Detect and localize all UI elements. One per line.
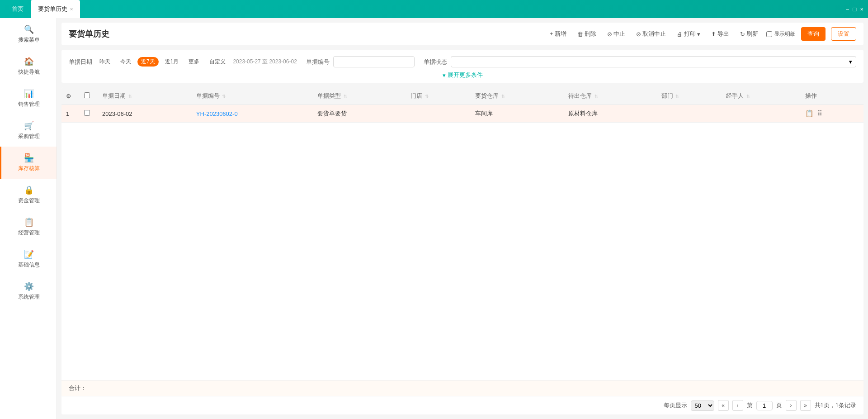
status-select[interactable]: ▾ xyxy=(451,56,856,67)
page-title: 要货单历史 xyxy=(69,29,109,39)
window-controls: − □ × xyxy=(846,6,863,13)
settings-gear-icon[interactable]: ⚙ xyxy=(66,93,71,100)
pagination-bar: 每页显示 50 100 200 « ‹ 第 页 › xyxy=(61,396,863,414)
th-department: 部门 ⇅ xyxy=(657,87,722,105)
header-actions: + 新增 🗑 删除 ⊘ 中止 ⊘ 取消中止 🖨 打印 ▾ xyxy=(547,27,856,41)
page-number-input[interactable] xyxy=(756,401,773,410)
top-bar: 首页 要货单历史 × − □ × xyxy=(0,0,868,18)
docno-filter-group: 单据编号 xyxy=(306,56,415,67)
filter-row-1: 单据日期 昨天 今天 近7天 近1月 更多 自定义 2023-05-27 至 2… xyxy=(69,56,856,67)
date-btn-1month[interactable]: 近1月 xyxy=(161,57,183,67)
td-actions: 📋 ⠿ xyxy=(801,105,863,123)
th-actions: 操作 xyxy=(801,87,863,105)
content-area: 要货单历史 + 新增 🗑 删除 ⊘ 中止 ⊘ 取消中止 🖨 xyxy=(57,18,868,419)
sidebar-item-operation[interactable]: 📋 经营管理 xyxy=(0,211,57,243)
row-edit-icon[interactable]: 📋 xyxy=(805,110,814,118)
print-button[interactable]: 🖨 打印 ▾ xyxy=(674,28,703,40)
cancel-stop-button[interactable]: ⊘ 取消中止 xyxy=(633,28,669,40)
sort-handler-icon[interactable]: ⇅ xyxy=(746,94,750,99)
sidebar-item-basic[interactable]: 📝 基础信息 xyxy=(0,243,57,275)
sidebar-item-sales[interactable]: 📊 销售管理 xyxy=(0,82,57,114)
th-docno: 单据编号 ⇅ xyxy=(192,87,313,105)
date-filter-group: 单据日期 昨天 今天 近7天 近1月 更多 自定义 2023-05-27 至 2… xyxy=(69,57,297,67)
row-checkbox[interactable] xyxy=(84,110,90,116)
sort-reqwarehouse-icon[interactable]: ⇅ xyxy=(501,94,505,99)
prev-page-button[interactable]: ‹ xyxy=(732,400,743,411)
main-layout: 🔍 搜索菜单 🏠 快捷导航 📊 销售管理 🛒 采购管理 🏪 库存核算 🔒 资金管… xyxy=(0,18,868,419)
settings-button[interactable]: 设置 xyxy=(831,27,856,41)
th-doctype: 单据类型 ⇅ xyxy=(313,87,406,105)
sidebar-item-finance[interactable]: 🔒 资金管理 xyxy=(0,179,57,211)
stop-icon: ⊘ xyxy=(607,31,612,38)
status-dropdown-icon: ▾ xyxy=(849,58,852,65)
tab-home[interactable]: 首页 xyxy=(5,0,31,18)
delete-button[interactable]: 🗑 删除 xyxy=(575,28,599,40)
row-more-icon[interactable]: ⠿ xyxy=(817,110,822,118)
th-handler: 经手人 ⇅ xyxy=(722,87,800,105)
next-page-button[interactable]: › xyxy=(786,400,797,411)
td-pending-warehouse: 原材料仓库 xyxy=(564,105,657,123)
maximize-icon[interactable]: □ xyxy=(853,6,857,13)
select-all-checkbox[interactable] xyxy=(84,92,90,98)
sort-department-icon[interactable]: ⇅ xyxy=(675,94,679,99)
docno-input[interactable] xyxy=(333,56,415,67)
table-row: 1 2023-06-02 YH-20230602-0 xyxy=(61,105,863,123)
finance-icon: 🔒 xyxy=(24,185,34,195)
th-settings: ⚙ xyxy=(61,87,80,105)
last-page-button[interactable]: » xyxy=(800,400,811,411)
page-size-select[interactable]: 50 100 200 xyxy=(691,400,714,411)
filter-area: 单据日期 昨天 今天 近7天 近1月 更多 自定义 2023-05-27 至 2… xyxy=(61,50,863,83)
page-header: 要货单历史 + 新增 🗑 删除 ⊘ 中止 ⊘ 取消中止 🖨 xyxy=(61,23,863,45)
purchase-icon: 🛒 xyxy=(24,121,34,131)
table-header-row: ⚙ 单据日期 ⇅ 单据编号 ⇅ xyxy=(61,87,863,105)
sort-doctype-icon[interactable]: ⇅ xyxy=(344,94,347,99)
date-btn-more[interactable]: 更多 xyxy=(185,57,203,67)
date-btn-yesterday[interactable]: 昨天 xyxy=(96,57,114,67)
system-icon: ⚙️ xyxy=(24,281,34,291)
print-dropdown-icon: ▾ xyxy=(697,31,700,38)
tab-purchase-history[interactable]: 要货单历史 × xyxy=(31,0,80,18)
td-num: 1 xyxy=(61,105,80,123)
date-buttons: 昨天 今天 近7天 近1月 更多 自定义 xyxy=(96,57,229,67)
export-button[interactable]: ⬆ 导出 xyxy=(708,28,732,40)
stop-button[interactable]: ⊘ 中止 xyxy=(604,28,628,40)
row-actions: 📋 ⠿ xyxy=(805,110,859,118)
sort-docno-icon[interactable]: ⇅ xyxy=(222,94,226,99)
sort-date-icon[interactable]: ⇅ xyxy=(128,94,132,99)
minimize-icon[interactable]: − xyxy=(846,6,849,13)
inventory-icon: 🏪 xyxy=(24,153,34,163)
sidebar: 🔍 搜索菜单 🏠 快捷导航 📊 销售管理 🛒 采购管理 🏪 库存核算 🔒 资金管… xyxy=(0,18,57,419)
display-detail-toggle[interactable]: 显示明细 xyxy=(766,30,796,38)
date-btn-today[interactable]: 今天 xyxy=(117,57,135,67)
tab-close-icon[interactable]: × xyxy=(70,6,73,12)
first-page-button[interactable]: « xyxy=(718,400,729,411)
basic-icon: 📝 xyxy=(24,249,34,259)
quicknav-icon: 🏠 xyxy=(24,57,34,67)
refresh-icon: ↻ xyxy=(740,31,745,38)
sidebar-item-quicknav[interactable]: 🏠 快捷导航 xyxy=(0,50,57,82)
export-icon: ⬆ xyxy=(711,31,716,38)
td-req-warehouse: 车间库 xyxy=(471,105,564,123)
data-table: ⚙ 单据日期 ⇅ 单据编号 ⇅ xyxy=(61,87,863,123)
expand-filters-button[interactable]: ▾ 展开更多条件 xyxy=(69,71,856,79)
sort-store-icon[interactable]: ⇅ xyxy=(425,94,429,99)
date-btn-custom[interactable]: 自定义 xyxy=(206,57,229,67)
sidebar-item-search[interactable]: 🔍 搜索菜单 xyxy=(0,18,57,50)
window-close-icon[interactable]: × xyxy=(860,6,863,13)
refresh-button[interactable]: ↻ 刷新 xyxy=(737,28,761,40)
th-store: 门店 ⇅ xyxy=(406,87,471,105)
display-detail-checkbox[interactable] xyxy=(766,31,772,37)
th-req-warehouse: 要货仓库 ⇅ xyxy=(471,87,564,105)
sidebar-item-system[interactable]: ⚙️ 系统管理 xyxy=(0,275,57,307)
td-department xyxy=(657,105,722,123)
tab-bar: 首页 要货单历史 × xyxy=(5,0,80,18)
status-filter-group: 单据状态 ▾ xyxy=(424,56,856,67)
new-button[interactable]: + 新增 xyxy=(547,28,569,40)
td-docno[interactable]: YH-20230602-0 xyxy=(192,105,313,123)
sidebar-item-purchase[interactable]: 🛒 采购管理 xyxy=(0,114,57,147)
sort-pendingwarehouse-icon[interactable]: ⇅ xyxy=(594,94,598,99)
docno-link[interactable]: YH-20230602-0 xyxy=(196,110,238,117)
sidebar-item-inventory[interactable]: 🏪 库存核算 xyxy=(0,147,57,179)
query-button[interactable]: 查询 xyxy=(801,27,826,41)
date-btn-7days[interactable]: 近7天 xyxy=(137,57,159,67)
